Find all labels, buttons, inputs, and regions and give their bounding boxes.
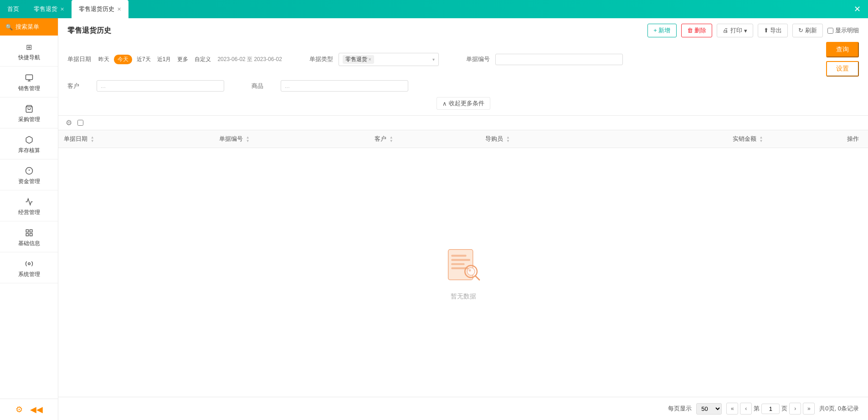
sidebar-item-system[interactable]: 系统管理 <box>0 252 58 283</box>
empty-icon <box>441 244 486 285</box>
sidebar-item-basic-info[interactable]: 基础信息 <box>0 221 58 252</box>
svg-rect-9 <box>30 234 32 236</box>
page-nav: « ‹ 第 页 › » <box>726 403 815 415</box>
refresh-button[interactable]: ↻ 刷新 <box>792 24 823 37</box>
table-toolbar: ⚙ <box>58 116 868 130</box>
toolbar: + 新增 🗑 删除 🖨 打印 ▾ ⬆ 导出 ↻ 刷新 显示明细 <box>647 24 859 37</box>
th-date[interactable]: 单据日期 ▲▼ <box>58 130 214 148</box>
doc-number-label: 单据编号 <box>466 55 492 63</box>
tab-retail-return-close[interactable]: ✕ <box>60 6 64 12</box>
settings-filter-button[interactable]: 设置 <box>826 61 859 77</box>
sort-arrows-amount: ▲▼ <box>760 136 763 143</box>
sidebar-item-sales[interactable]: 销售管理 <box>0 67 58 97</box>
new-button[interactable]: + 新增 <box>647 24 676 37</box>
operations-icon <box>24 197 34 207</box>
quick-nav-icon: ⊞ <box>24 42 34 52</box>
sidebar: 🔍 搜索菜单 ⊞ 快捷导航 销售管理 采购管理 库存核算 <box>0 18 58 420</box>
tab-retail-return-history-label: 零售退货历史 <box>79 5 114 13</box>
tab-retail-return-history[interactable]: 零售退货历史 ✕ <box>72 0 128 18</box>
th-guide[interactable]: 导购员 ▲▼ <box>480 130 613 148</box>
select-all-checkbox[interactable] <box>77 120 83 126</box>
show-detail-label: 显示明细 <box>835 26 859 35</box>
filter-row-2: 客户 ... 商品 ... <box>67 80 859 92</box>
sidebar-item-finance-label: 资金管理 <box>18 178 40 185</box>
prev-page-btn[interactable]: ‹ <box>740 403 752 415</box>
filter-row-1: 单据日期 昨天 今天 近7天 近1月 更多 自定义 2023-06-02 至 2… <box>67 42 859 77</box>
page-input[interactable] <box>761 404 780 414</box>
customer-filter: 客户 ... <box>67 80 224 92</box>
th-customer[interactable]: 客户 ▲▼ <box>369 130 480 148</box>
goods-label: 商品 <box>252 82 277 90</box>
show-detail-checkbox[interactable] <box>827 28 833 34</box>
print-arrow: ▾ <box>744 27 747 34</box>
table-header-row: 单据日期 ▲▼ 单据编号 ▲▼ 客户 ▲▼ 导购员 <box>58 130 868 148</box>
show-detail-checkbox-label[interactable]: 显示明细 <box>827 26 859 35</box>
sidebar-item-basic-info-label: 基础信息 <box>18 240 40 247</box>
collapse-button[interactable]: ∧ 收起更多条件 <box>437 97 490 110</box>
main-layout: 🔍 搜索菜单 ⊞ 快捷导航 销售管理 采购管理 库存核算 <box>0 18 868 420</box>
sidebar-settings-icon[interactable]: ⚙ <box>15 405 23 415</box>
date-today[interactable]: 今天 <box>114 55 132 64</box>
query-button[interactable]: 查询 <box>826 42 859 57</box>
date-range-display: 2023-06-02 至 2023-06-02 <box>217 56 282 63</box>
date-yesterday[interactable]: 昨天 <box>97 55 111 64</box>
print-label: 🖨 打印 <box>723 26 742 35</box>
doc-type-select[interactable]: 零售退货 × ▾ <box>339 53 439 66</box>
sort-arrows-customer: ▲▼ <box>390 136 393 143</box>
print-button[interactable]: 🖨 打印 ▾ <box>717 24 753 37</box>
delete-button[interactable]: 🗑 删除 <box>681 24 713 37</box>
goods-input[interactable]: ... <box>281 80 408 92</box>
data-table: 单据日期 ▲▼ 单据编号 ▲▼ 客户 ▲▼ 导购员 <box>58 130 868 148</box>
sidebar-item-inventory[interactable]: 库存核算 <box>0 128 58 159</box>
th-number[interactable]: 单据编号 ▲▼ <box>214 130 369 148</box>
tab-home[interactable]: 首页 <box>0 0 26 18</box>
sidebar-item-quick-nav-label: 快捷导航 <box>18 54 40 61</box>
basic-info-icon <box>24 228 34 238</box>
svg-rect-14 <box>451 259 470 261</box>
query-settings-group: 查询 设置 <box>826 42 859 77</box>
sidebar-item-purchase[interactable]: 采购管理 <box>0 97 58 128</box>
sidebar-bottom: ⚙ ◀◀ <box>0 399 58 420</box>
sidebar-item-operations[interactable]: 经营管理 <box>0 190 58 221</box>
sidebar-item-sales-label: 销售管理 <box>18 85 40 92</box>
top-bar: 首页 零售退货 ✕ 零售退货历史 ✕ ✕ <box>0 0 868 18</box>
per-page-select[interactable]: 50 10 20 100 <box>696 403 722 415</box>
doc-number-input[interactable] <box>495 54 623 65</box>
page-title-row: 零售退货历史 + 新增 🗑 删除 🖨 打印 ▾ ⬆ 导出 ↻ 刷新 显示明细 <box>67 24 859 37</box>
tab-retail-return-history-close[interactable]: ✕ <box>117 6 121 12</box>
window-close-btn[interactable]: ✕ <box>854 4 868 14</box>
table-settings-icon[interactable]: ⚙ <box>66 118 72 127</box>
sidebar-item-quick-nav[interactable]: ⊞ 快捷导航 <box>0 36 58 67</box>
collapse-label: 收起更多条件 <box>449 99 484 108</box>
sidebar-item-finance[interactable]: 资金管理 <box>0 159 58 190</box>
date-last7[interactable]: 近7天 <box>135 55 153 64</box>
date-last-month[interactable]: 近1月 <box>155 55 173 64</box>
sidebar-item-system-label: 系统管理 <box>18 271 40 278</box>
svg-rect-13 <box>451 255 466 256</box>
customer-input[interactable]: ... <box>97 80 224 92</box>
last-page-btn[interactable]: » <box>803 403 815 415</box>
collapse-row: ∧ 收起更多条件 <box>67 95 859 112</box>
content-area: 零售退货历史 + 新增 🗑 删除 🖨 打印 ▾ ⬆ 导出 ↻ 刷新 显示明细 <box>58 18 868 420</box>
doc-type-tag-close[interactable]: × <box>369 57 371 62</box>
sidebar-item-operations-label: 经营管理 <box>18 209 40 216</box>
doc-type-label: 单据类型 <box>309 55 335 63</box>
date-more[interactable]: 更多 <box>175 55 190 64</box>
svg-rect-0 <box>26 75 32 80</box>
sidebar-search[interactable]: 🔍 搜索菜单 <box>0 18 58 36</box>
sidebar-sound-icon[interactable]: ◀◀ <box>30 405 43 415</box>
first-page-btn[interactable]: « <box>726 403 738 415</box>
th-amount[interactable]: 实销金额 ▲▼ <box>613 130 768 148</box>
svg-rect-8 <box>30 230 32 232</box>
next-page-btn[interactable]: › <box>789 403 801 415</box>
date-options: 昨天 今天 近7天 近1月 更多 自定义 2023-06-02 至 2023-0… <box>97 55 282 64</box>
total-text: 共0页, 0条记录 <box>819 405 859 413</box>
goods-filter: 商品 ... <box>252 80 408 92</box>
sort-arrows-date: ▲▼ <box>91 136 94 143</box>
tab-retail-return[interactable]: 零售退货 ✕ <box>26 0 72 18</box>
export-button[interactable]: ⬆ 导出 <box>758 24 788 37</box>
doc-type-tag: 零售退货 × <box>343 55 374 64</box>
date-custom[interactable]: 自定义 <box>193 55 213 64</box>
customer-label: 客户 <box>67 82 93 90</box>
svg-rect-10 <box>26 234 28 236</box>
